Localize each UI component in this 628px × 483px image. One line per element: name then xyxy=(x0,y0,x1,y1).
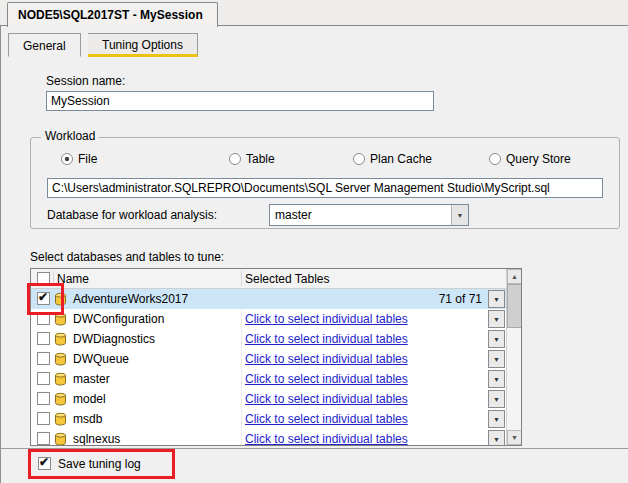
table-body: ✔AdventureWorks201771 of 71▼DWConfigurat… xyxy=(31,289,506,445)
radio-label: File xyxy=(78,152,97,166)
database-cylinder-icon xyxy=(54,412,67,426)
db-row-model: modelClick to select individual tables▼ xyxy=(31,389,506,409)
radio-dot-icon xyxy=(489,153,501,165)
document-tab-title: NODE5\SQL2017ST - MySession xyxy=(18,8,203,22)
database-cylinder-icon xyxy=(54,372,67,386)
select-tables-link[interactable]: Click to select individual tables xyxy=(245,412,408,426)
tab-tuning-options[interactable]: Tuning Options xyxy=(88,33,198,57)
tables-dropdown-button[interactable]: ▼ xyxy=(488,350,505,368)
chevron-down-icon: ▼ xyxy=(493,416,500,423)
database-combo[interactable]: master ▼ xyxy=(269,204,469,226)
tables-dropdown-button[interactable]: ▼ xyxy=(488,430,505,446)
database-combo-value: master xyxy=(275,208,312,222)
select-tables-link[interactable]: Click to select individual tables xyxy=(245,432,408,446)
scroll-down-button[interactable]: ▼ xyxy=(507,430,522,445)
header-checkbox[interactable] xyxy=(37,272,50,285)
database-cylinder-icon xyxy=(54,392,67,406)
selected-tables-count: 71 of 71 xyxy=(439,292,482,306)
database-cylinder-icon xyxy=(54,312,67,326)
db-row-sqlnexus: sqlnexusClick to select individual table… xyxy=(31,429,506,446)
tables-dropdown-button[interactable]: ▼ xyxy=(488,290,505,308)
chevron-down-icon: ▼ xyxy=(493,316,500,323)
radio-file[interactable]: File xyxy=(61,152,97,166)
databases-table: Name Selected Tables ✔AdventureWorks2017… xyxy=(30,268,522,446)
select-tables-link[interactable]: Click to select individual tables xyxy=(245,312,408,326)
db-checkbox[interactable] xyxy=(37,332,50,345)
workload-radio-group: FileTablePlan CacheQuery Store xyxy=(31,152,619,168)
db-row-AdventureWorks2017: ✔AdventureWorks201771 of 71▼ xyxy=(31,289,506,309)
database-cylinder-icon xyxy=(54,352,67,366)
tables-dropdown-button[interactable]: ▼ xyxy=(488,330,505,348)
session-name-label: Session name: xyxy=(46,74,125,88)
radio-dot-icon xyxy=(229,153,241,165)
db-name: model xyxy=(73,392,106,406)
save-tuning-log-checkbox[interactable]: ✔ xyxy=(38,457,51,470)
scroll-up-button[interactable]: ▲ xyxy=(507,269,522,284)
save-tuning-log-label: Save tuning log xyxy=(58,457,141,471)
chevron-down-icon: ▼ xyxy=(493,356,500,363)
db-name: msdb xyxy=(73,412,102,426)
tab-general[interactable]: General xyxy=(8,33,81,57)
scrollbar-thumb[interactable] xyxy=(507,284,522,328)
session-name-input[interactable] xyxy=(46,91,434,111)
select-databases-label: Select databases and tables to tune: xyxy=(30,250,224,264)
vertical-scrollbar[interactable]: ▲ ▼ xyxy=(506,269,521,445)
db-row-DWQueue: DWQueueClick to select individual tables… xyxy=(31,349,506,369)
select-tables-link[interactable]: Click to select individual tables xyxy=(245,332,408,346)
radio-dot-icon xyxy=(61,153,73,165)
db-checkbox[interactable] xyxy=(37,352,50,365)
radio-dot-icon xyxy=(353,153,365,165)
tables-dropdown-button[interactable]: ▼ xyxy=(488,410,505,428)
db-row-msdb: msdbClick to select individual tables▼ xyxy=(31,409,506,429)
footer-divider xyxy=(0,448,628,449)
document-tab[interactable]: NODE5\SQL2017ST - MySession xyxy=(7,2,218,27)
select-tables-link[interactable]: Click to select individual tables xyxy=(245,352,408,366)
table-header: Name Selected Tables xyxy=(31,269,506,289)
header-separator xyxy=(241,271,242,286)
db-name: AdventureWorks2017 xyxy=(73,292,188,306)
db-name: DWConfiguration xyxy=(73,312,164,326)
db-name: DWQueue xyxy=(73,352,129,366)
database-cylinder-icon xyxy=(54,432,67,446)
radio-plan-cache[interactable]: Plan Cache xyxy=(353,152,432,166)
db-checkbox[interactable] xyxy=(37,432,50,445)
db-name: master xyxy=(73,372,110,386)
db-row-DWConfiguration: DWConfigurationClick to select individua… xyxy=(31,309,506,329)
db-row-DWDiagnostics: DWDiagnosticsClick to select individual … xyxy=(31,329,506,349)
panel-border xyxy=(0,26,1,483)
radio-table[interactable]: Table xyxy=(229,152,275,166)
workload-groupbox-title: Workload xyxy=(41,129,99,143)
db-checkbox[interactable] xyxy=(37,392,50,405)
workload-groupbox: Workload FileTablePlan CacheQuery Store … xyxy=(30,137,620,229)
radio-label: Query Store xyxy=(506,152,571,166)
chevron-down-icon: ▼ xyxy=(493,376,500,383)
select-tables-link[interactable]: Click to select individual tables xyxy=(245,392,408,406)
check-icon: ✔ xyxy=(38,290,48,304)
db-checkbox[interactable]: ✔ xyxy=(37,292,50,305)
chevron-down-icon: ▼ xyxy=(493,396,500,403)
tables-dropdown-button[interactable]: ▼ xyxy=(488,390,505,408)
column-header-selected-tables[interactable]: Selected Tables xyxy=(245,272,330,286)
tables-dropdown-button[interactable]: ▼ xyxy=(488,370,505,388)
db-checkbox[interactable] xyxy=(37,372,50,385)
db-checkbox[interactable] xyxy=(37,412,50,425)
radio-query-store[interactable]: Query Store xyxy=(489,152,571,166)
workload-file-input[interactable] xyxy=(47,178,603,198)
tables-dropdown-button[interactable]: ▼ xyxy=(488,310,505,328)
check-icon: ✔ xyxy=(39,455,49,469)
scroll-down-icon: ▼ xyxy=(511,434,518,441)
select-tables-link[interactable]: Click to select individual tables xyxy=(245,372,408,386)
db-name: sqlnexus xyxy=(73,432,120,446)
radio-label: Plan Cache xyxy=(370,152,432,166)
chevron-down-icon: ▼ xyxy=(493,436,500,443)
database-cylinder-icon xyxy=(54,292,67,306)
chevron-down-icon: ▼ xyxy=(493,336,500,343)
chevron-down-icon: ▼ xyxy=(451,205,468,225)
db-name: DWDiagnostics xyxy=(73,332,155,346)
scroll-up-icon: ▲ xyxy=(511,273,518,280)
dta-session-window: NODE5\SQL2017ST - MySession General Tuni… xyxy=(0,0,628,483)
chevron-down-icon: ▼ xyxy=(493,296,500,303)
radio-label: Table xyxy=(246,152,275,166)
column-header-name[interactable]: Name xyxy=(57,272,89,286)
db-checkbox[interactable] xyxy=(37,312,50,325)
